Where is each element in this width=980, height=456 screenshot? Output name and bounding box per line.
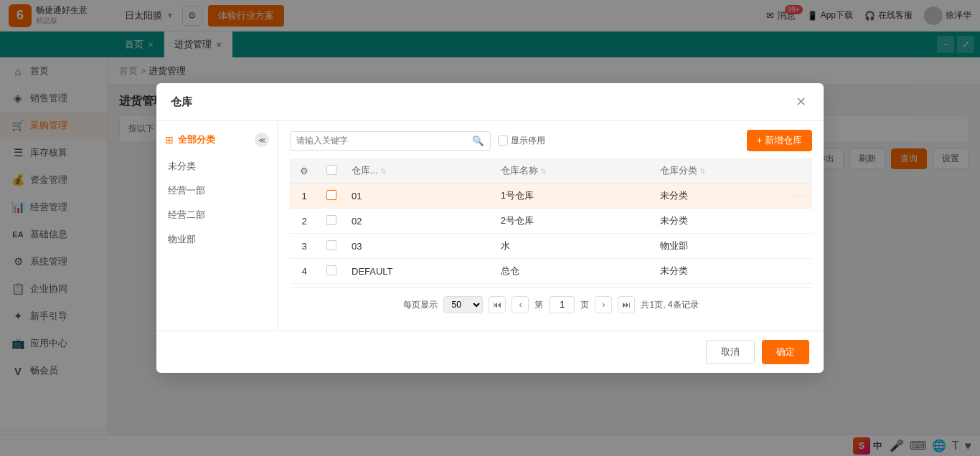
- row-1-category: 未分类 ···: [653, 184, 812, 209]
- show-disabled-checkbox[interactable]: [498, 136, 508, 146]
- table-row[interactable]: 1 01 1号仓库 未分类 ···: [290, 184, 812, 209]
- sort-code-icon: ⇅: [380, 167, 386, 175]
- all-category-header[interactable]: ⊞ 全部分类 ≪: [156, 128, 278, 154]
- row-2-checkbox[interactable]: [319, 209, 344, 234]
- select-all-checkbox[interactable]: [326, 165, 336, 175]
- all-category-label: 全部分类: [178, 133, 215, 146]
- row-2-gear: 2: [290, 209, 319, 234]
- th-checkbox: [319, 158, 344, 184]
- modal-header: 仓库 ✕: [156, 83, 824, 121]
- add-warehouse-btn[interactable]: + 新增仓库: [747, 130, 812, 151]
- row-3-checkbox[interactable]: [319, 234, 344, 259]
- page-prev-btn[interactable]: ‹: [512, 296, 529, 313]
- table-row[interactable]: 3 03 水 物业部: [290, 234, 812, 259]
- page-first-btn[interactable]: ⏮: [489, 296, 506, 313]
- modal-title: 仓库: [171, 95, 192, 109]
- row-3-code: 03: [344, 234, 494, 259]
- collapse-panel-btn[interactable]: ≪: [255, 133, 269, 147]
- category-property-dept[interactable]: 物业部: [156, 227, 278, 252]
- warehouse-modal: 仓库 ✕ ⊞ 全部分类 ≪ 未分类 经营一部 经营二部: [156, 83, 824, 373]
- row-4-checkbox[interactable]: [319, 259, 344, 284]
- warehouse-table-wrap: ⚙ 仓库... ⇅: [290, 158, 812, 284]
- row-2-name: 2号仓库: [494, 209, 653, 234]
- row-4-code: DEFAULT: [344, 259, 494, 284]
- modal-overlay: 仓库 ✕ ⊞ 全部分类 ≪ 未分类 经营一部 经营二部: [0, 0, 980, 456]
- search-input[interactable]: [291, 132, 466, 149]
- table-header-row: ⚙ 仓库... ⇅: [290, 158, 812, 184]
- row-3-name: 水: [494, 234, 653, 259]
- page-last-btn[interactable]: ⏭: [618, 296, 635, 313]
- search-wrap: 🔍: [290, 131, 491, 151]
- page-number-input[interactable]: [549, 296, 575, 313]
- modal-close-icon[interactable]: ✕: [792, 93, 809, 110]
- page-unit: 页: [580, 299, 589, 311]
- category-operation-dept2[interactable]: 经营二部: [156, 203, 278, 227]
- table-body: 1 01 1号仓库 未分类 ···: [290, 184, 812, 284]
- category-grid-icon: ⊞: [165, 134, 174, 146]
- modal-table-panel: 🔍 显示停用 + 新增仓库 ⚙: [278, 121, 824, 331]
- cancel-btn[interactable]: 取消: [706, 340, 755, 364]
- category-unclassified[interactable]: 未分类: [156, 154, 278, 179]
- th-name: 仓库名称 ⇅: [494, 158, 653, 184]
- sort-name-icon: ⇅: [540, 167, 546, 175]
- row-3-check-icon[interactable]: [326, 240, 336, 250]
- page-label: 第: [534, 299, 543, 311]
- row-3-category: 物业部: [653, 234, 812, 259]
- row-1-dots-menu[interactable]: ···: [793, 189, 805, 200]
- modal-pagination: 每页显示 50 100 200 ⏮ ‹ 第 页 › ⏭ 共1页, 4条记录: [290, 287, 812, 322]
- th-code: 仓库... ⇅: [344, 158, 494, 184]
- row-2-category: 未分类: [653, 209, 812, 234]
- row-1-gear: 1: [290, 184, 319, 209]
- per-page-select[interactable]: 50 100 200: [443, 296, 483, 313]
- category-operation-dept1[interactable]: 经营一部: [156, 179, 278, 203]
- total-info: 共1页, 4条记录: [641, 299, 698, 311]
- modal-toolbar: 🔍 显示停用 + 新增仓库: [290, 130, 812, 151]
- row-1-checkbox[interactable]: [319, 184, 344, 209]
- modal-category-panel: ⊞ 全部分类 ≪ 未分类 经营一部 经营二部 物业部: [156, 121, 278, 331]
- row-2-check-icon[interactable]: [326, 215, 336, 225]
- modal-body: ⊞ 全部分类 ≪ 未分类 经营一部 经营二部 物业部: [156, 121, 824, 331]
- show-disabled-label[interactable]: 显示停用: [498, 135, 545, 147]
- page-next-btn[interactable]: ›: [595, 296, 612, 313]
- table-row[interactable]: 4 DEFAULT 总仓 未分类: [290, 259, 812, 284]
- table-head: ⚙ 仓库... ⇅: [290, 158, 812, 184]
- th-gear: ⚙: [290, 158, 319, 184]
- row-4-gear: 4: [290, 259, 319, 284]
- warehouse-table: ⚙ 仓库... ⇅: [290, 158, 812, 284]
- row-4-name: 总仓: [494, 259, 653, 284]
- modal-footer: 取消 确定: [156, 331, 824, 373]
- row-2-code: 02: [344, 209, 494, 234]
- th-category: 仓库分类 ⇅: [653, 158, 812, 184]
- row-3-gear: 3: [290, 234, 319, 259]
- row-1-check-icon[interactable]: [326, 190, 336, 200]
- sort-category-icon: ⇅: [699, 167, 705, 175]
- row-4-check-icon[interactable]: [326, 265, 336, 275]
- search-btn[interactable]: 🔍: [466, 132, 490, 150]
- table-row[interactable]: 2 02 2号仓库 未分类: [290, 209, 812, 234]
- confirm-btn[interactable]: 确定: [762, 340, 809, 364]
- per-page-label: 每页显示: [403, 299, 438, 311]
- row-1-name: 1号仓库: [494, 184, 653, 209]
- row-4-category: 未分类: [653, 259, 812, 284]
- row-1-code: 01: [344, 184, 494, 209]
